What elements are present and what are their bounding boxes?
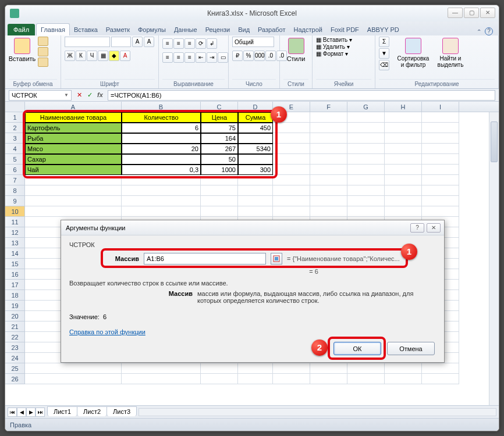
cell[interactable] bbox=[385, 185, 422, 196]
italic-button[interactable]: К bbox=[76, 51, 86, 61]
sheet-tab-3[interactable]: Лист3 bbox=[107, 406, 137, 416]
sheet-tab-2[interactable]: Лист2 bbox=[77, 406, 107, 416]
cell[interactable]: 1000 bbox=[201, 165, 238, 175]
cell[interactable]: 300 bbox=[238, 165, 273, 175]
row-header[interactable]: 9 bbox=[5, 196, 24, 206]
cell[interactable] bbox=[385, 363, 422, 374]
cell[interactable] bbox=[310, 133, 347, 144]
inc-decimal-icon[interactable]: .0 bbox=[265, 51, 276, 61]
cell[interactable]: Рыба bbox=[25, 133, 122, 144]
cell[interactable] bbox=[385, 112, 422, 123]
orientation-icon[interactable]: ⟳ bbox=[196, 38, 206, 49]
row-header[interactable]: 14 bbox=[5, 248, 24, 259]
cell[interactable] bbox=[347, 363, 385, 374]
file-tab[interactable]: Файл bbox=[8, 24, 35, 35]
cell[interactable] bbox=[385, 154, 422, 165]
tab-insert[interactable]: Вставка bbox=[70, 24, 102, 35]
tab-view[interactable]: Вид bbox=[234, 24, 254, 35]
sort-filter-button[interactable]: Сортировка и фильтр bbox=[395, 37, 431, 68]
cell[interactable] bbox=[422, 165, 459, 175]
row-header[interactable]: 1 bbox=[5, 112, 24, 123]
cell[interactable] bbox=[385, 206, 422, 217]
cell[interactable] bbox=[25, 185, 122, 196]
cell[interactable] bbox=[201, 175, 238, 185]
number-format-select[interactable] bbox=[232, 37, 274, 47]
close-button[interactable]: ✕ bbox=[480, 8, 495, 18]
merge-icon[interactable]: ▭ bbox=[218, 52, 228, 63]
row-header[interactable]: 19 bbox=[5, 301, 24, 311]
cell[interactable] bbox=[201, 363, 238, 374]
cell[interactable] bbox=[122, 363, 201, 374]
cut-icon[interactable] bbox=[38, 37, 48, 46]
cell[interactable] bbox=[347, 123, 385, 133]
font-name-select[interactable] bbox=[65, 37, 110, 47]
help-icon[interactable]: ? bbox=[485, 27, 493, 35]
cell[interactable]: 6 bbox=[122, 123, 201, 133]
cell[interactable] bbox=[310, 363, 347, 374]
tab-addins[interactable]: Надстрой bbox=[290, 24, 326, 35]
cell[interactable] bbox=[310, 185, 347, 196]
font-size-select[interactable] bbox=[111, 37, 131, 47]
name-box-dropdown-icon[interactable]: ▼ bbox=[64, 92, 69, 98]
cell[interactable]: Сумма bbox=[238, 112, 273, 123]
cell[interactable] bbox=[238, 196, 273, 206]
comma-icon[interactable]: 000 bbox=[254, 51, 265, 61]
cancel-formula-icon[interactable]: ✕ bbox=[75, 91, 83, 99]
cell[interactable] bbox=[122, 196, 201, 206]
cell[interactable] bbox=[347, 144, 385, 154]
cell[interactable] bbox=[122, 374, 201, 384]
cell[interactable] bbox=[422, 144, 459, 154]
format-painter-icon[interactable] bbox=[38, 58, 48, 67]
font-color-button[interactable]: A bbox=[120, 51, 130, 61]
vertical-scrollbar[interactable] bbox=[489, 112, 499, 405]
cell[interactable] bbox=[238, 206, 273, 217]
column-header[interactable]: B bbox=[122, 102, 201, 112]
cell[interactable] bbox=[385, 133, 422, 144]
wrap-text-icon[interactable]: ↲ bbox=[207, 38, 217, 49]
cell[interactable]: 20 bbox=[122, 144, 201, 154]
ok-button[interactable]: ОК bbox=[333, 342, 381, 355]
row-header[interactable]: 13 bbox=[5, 238, 24, 248]
cell[interactable]: Количество bbox=[122, 112, 201, 123]
row-header[interactable]: 11 bbox=[5, 217, 24, 227]
percent-icon[interactable]: % bbox=[243, 51, 254, 61]
cell[interactable] bbox=[385, 144, 422, 154]
cell[interactable] bbox=[422, 112, 459, 123]
format-cells-button[interactable]: ▦ Формат ▾ bbox=[316, 51, 348, 57]
cell[interactable] bbox=[273, 175, 310, 185]
cell[interactable] bbox=[347, 196, 385, 206]
find-select-button[interactable]: Найти и выделить bbox=[434, 37, 467, 68]
cell[interactable] bbox=[422, 123, 459, 133]
row-header[interactable]: 2 bbox=[5, 123, 24, 133]
row-header[interactable]: 21 bbox=[5, 321, 24, 332]
cell[interactable] bbox=[310, 175, 347, 185]
cell[interactable]: Наименование товара bbox=[25, 112, 122, 123]
cell[interactable] bbox=[347, 112, 385, 123]
minimize-button[interactable]: — bbox=[448, 8, 463, 18]
cell[interactable] bbox=[122, 133, 201, 144]
cell[interactable] bbox=[347, 206, 385, 217]
cell[interactable] bbox=[25, 374, 122, 384]
cell[interactable] bbox=[385, 175, 422, 185]
tab-developer[interactable]: Разработ bbox=[254, 24, 289, 35]
shrink-font-icon[interactable]: A bbox=[144, 37, 154, 47]
cell[interactable] bbox=[273, 196, 310, 206]
column-header[interactable]: A bbox=[25, 102, 122, 112]
formula-input[interactable]: =ЧСТРОК(A1:B6) bbox=[108, 90, 495, 101]
cell[interactable] bbox=[310, 123, 347, 133]
cell[interactable] bbox=[310, 165, 347, 175]
cell[interactable] bbox=[238, 374, 273, 384]
cell[interactable] bbox=[347, 133, 385, 144]
row-header[interactable]: 26 bbox=[5, 374, 24, 384]
currency-icon[interactable]: ₽ bbox=[232, 51, 243, 61]
cell[interactable] bbox=[385, 374, 422, 384]
row-header[interactable]: 15 bbox=[5, 259, 24, 269]
tab-home[interactable]: Главная bbox=[36, 23, 70, 35]
cell[interactable]: Мясо bbox=[25, 144, 122, 154]
range-picker-icon[interactable] bbox=[271, 253, 282, 265]
cell[interactable]: 267 bbox=[201, 144, 238, 154]
tab-formulas[interactable]: Формулы bbox=[134, 24, 170, 35]
underline-button[interactable]: Ч bbox=[87, 51, 97, 61]
cell[interactable] bbox=[238, 133, 273, 144]
row-header[interactable]: 16 bbox=[5, 269, 24, 280]
